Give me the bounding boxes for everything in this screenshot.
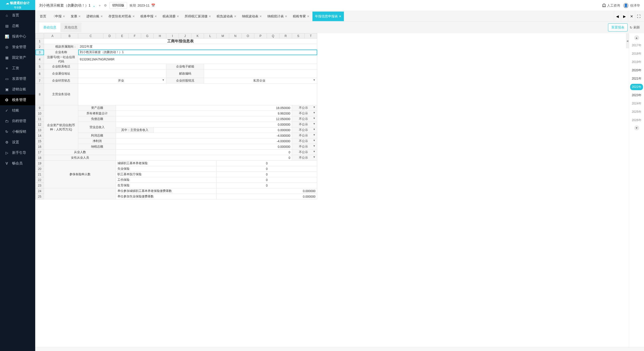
publish-cell[interactable]: 不公示▼ xyxy=(292,144,317,150)
col-head-C[interactable]: C xyxy=(78,33,103,39)
fin-value[interactable]: 0.000000 xyxy=(116,144,292,150)
year-2026年[interactable]: 2026年 xyxy=(630,117,643,123)
row-head-16[interactable]: 16 xyxy=(35,144,44,150)
nav-item-归档管理[interactable]: 🗀归档管理 xyxy=(0,116,35,126)
publish-cell[interactable]: 不公示▼ xyxy=(292,116,317,122)
horizontal-scrollbar[interactable] xyxy=(35,347,644,351)
year-2023年[interactable]: 2023年 xyxy=(630,92,643,98)
nav-item-首页[interactable]: ⌂首页 xyxy=(0,10,35,21)
row-head-9[interactable]: 9 xyxy=(35,105,44,111)
fin-value[interactable]: 12.050000 xyxy=(116,116,292,122)
row-head-11[interactable]: 11 xyxy=(35,116,44,122)
corner-cell[interactable] xyxy=(35,33,44,39)
insurance-value[interactable]: 0 xyxy=(217,166,317,172)
col-head-K[interactable]: K xyxy=(191,33,204,39)
nav-item-新手引导[interactable]: ▷新手引导 xyxy=(0,148,35,158)
row-head-25[interactable]: 25 xyxy=(35,194,44,199)
nav-item-设置[interactable]: ⚙设置 xyxy=(0,137,35,148)
col-head-P[interactable]: P xyxy=(254,33,267,39)
row-head-19[interactable]: 19 xyxy=(35,161,44,166)
tab-进销台账[interactable]: 进销台账✕ xyxy=(84,12,105,21)
nav-item-小畅报销[interactable]: ↻小畅报销 xyxy=(0,126,35,137)
close-icon[interactable]: ✕ xyxy=(177,15,179,18)
year-2022年[interactable]: 2022年 xyxy=(630,84,643,90)
tab-税负波动表[interactable]: 税负波动表✕ xyxy=(214,12,239,21)
insurance-value[interactable]: 0 xyxy=(217,172,317,177)
nav-item-总账[interactable]: ▤总账 xyxy=(0,21,35,31)
tabs-close-all-button[interactable]: ✕ xyxy=(628,11,635,21)
col-head-I[interactable]: I xyxy=(166,33,179,39)
nav-item-结账[interactable]: ✓结账 xyxy=(0,105,35,116)
tab-税检专家[interactable]: 税检专家✕ xyxy=(290,12,312,21)
publish-cell[interactable]: 不公示▼ xyxy=(292,105,317,111)
row-head-2[interactable]: 2 xyxy=(35,44,44,50)
tab-〈申报[interactable]: 〈申报✕ xyxy=(49,12,68,21)
col-head-L[interactable]: L xyxy=(204,33,217,39)
refresh-button[interactable]: ↻刷新 xyxy=(630,23,640,31)
col-head-T[interactable]: T xyxy=(305,33,317,39)
row-head-15[interactable]: 15 xyxy=(35,138,44,144)
close-icon[interactable]: ✕ xyxy=(234,15,236,18)
status-value[interactable]: 开业▼ xyxy=(78,78,166,84)
row-head-13[interactable]: 13 xyxy=(35,127,44,133)
col-head-R[interactable]: R xyxy=(279,33,292,39)
fin-sub-value[interactable]: 0.000000 xyxy=(154,127,292,133)
year-2018年[interactable]: 2018年 xyxy=(630,51,643,57)
row-head-7[interactable]: 7 xyxy=(35,78,44,84)
row-head-10[interactable]: 10 xyxy=(35,111,44,116)
gear-icon[interactable]: ⚙ xyxy=(104,4,107,7)
col-head-A[interactable]: A xyxy=(44,33,61,39)
publish-cell[interactable]: 不公示▼ xyxy=(292,133,317,138)
female-value[interactable]: 0 xyxy=(116,155,292,161)
nav-item-工资[interactable]: ≡工资 xyxy=(0,63,35,74)
col-head-E[interactable]: E xyxy=(116,33,129,39)
entity-name-value[interactable]: 刘小艳演示账套（勿删勿动！）1 xyxy=(78,50,317,55)
row-head-5[interactable]: 5 xyxy=(35,64,44,69)
col-head-S[interactable]: S xyxy=(292,33,305,39)
add-icon[interactable]: ＋ xyxy=(98,3,101,8)
tab-税务申报[interactable]: 税务申报✕ xyxy=(138,12,159,21)
sub-tab-基础信息[interactable]: 基础信息 xyxy=(39,23,60,32)
switch-old-button[interactable]: 切到旧版 xyxy=(109,2,127,9)
row-head-17[interactable]: 17 xyxy=(35,150,44,155)
main-biz-value[interactable] xyxy=(78,84,317,105)
col-head-H[interactable]: H xyxy=(154,33,166,39)
fin-value[interactable]: 9.992000 xyxy=(116,111,292,116)
support-link[interactable]: 🎧人工咨询 xyxy=(602,3,620,8)
col-head-Q[interactable]: Q xyxy=(267,33,279,39)
fullscreen-button[interactable]: ⛶ xyxy=(635,11,642,21)
nav-item-畅会员[interactable]: ∀畅会员 xyxy=(0,158,35,169)
nav-item-进销台账[interactable]: ▣进销台账 xyxy=(0,84,35,95)
year-2024年[interactable]: 2024年 xyxy=(630,100,643,107)
sub-tab-其他信息[interactable]: 其他信息 xyxy=(60,23,82,32)
row-head-8[interactable]: 8 xyxy=(35,84,44,105)
holding-value[interactable]: 私营企业▼ xyxy=(204,78,317,84)
close-icon[interactable]: ✕ xyxy=(339,15,341,18)
reset-report-button[interactable]: 重置报表 xyxy=(608,23,628,31)
base-value[interactable]: 0.000000 xyxy=(217,188,317,194)
phone-value[interactable] xyxy=(78,64,166,69)
close-icon[interactable]: ✕ xyxy=(78,15,81,18)
publish-cell[interactable]: 不公示▼ xyxy=(292,155,317,161)
row-head-23[interactable]: 23 xyxy=(35,183,44,188)
year-2020年[interactable]: 2020年 xyxy=(630,67,643,74)
tab-发票[interactable]: 发票✕ xyxy=(68,12,83,21)
row-head-14[interactable]: 14 xyxy=(35,133,44,138)
col-head-O[interactable]: O xyxy=(242,33,254,39)
tab-首页[interactable]: 首页 xyxy=(37,12,49,21)
row-head-18[interactable]: 18 xyxy=(35,155,44,161)
user-menu[interactable]: 👤 徐泽华 xyxy=(623,3,640,8)
row-head-24[interactable]: 24 xyxy=(35,188,44,194)
year-2025年[interactable]: 2025年 xyxy=(630,109,643,115)
tabs-next-button[interactable]: ▶ xyxy=(621,11,628,21)
publish-cell[interactable]: 不公示▼ xyxy=(292,127,317,133)
close-icon[interactable]: ✕ xyxy=(307,15,309,18)
fin-value[interactable]: 0.000000 xyxy=(116,122,292,127)
col-head-M[interactable]: M xyxy=(217,33,229,39)
email-value[interactable] xyxy=(204,64,317,69)
col-head-B[interactable]: B xyxy=(61,33,78,39)
nav-item-发票管理[interactable]: ▭发票管理 xyxy=(0,74,35,84)
tab-年报信息申报表[interactable]: 年报信息申报表✕ xyxy=(312,12,344,21)
year-2019年[interactable]: 2019年 xyxy=(630,59,643,65)
row-head-4[interactable]: 4 xyxy=(35,55,44,64)
